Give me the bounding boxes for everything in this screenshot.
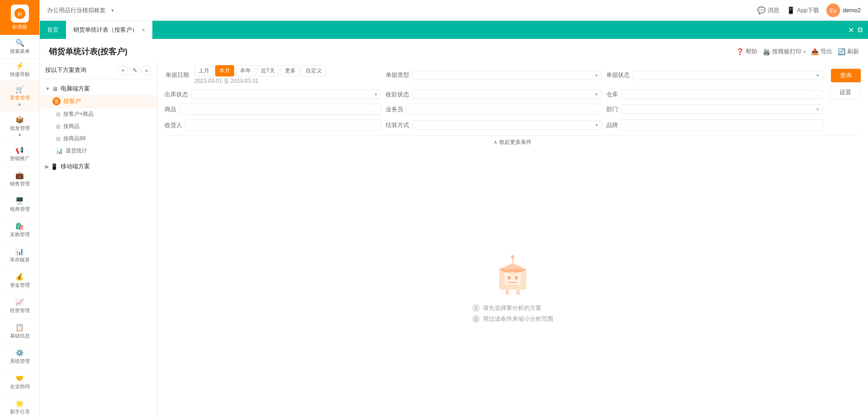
filter-query-area: 单据日期 上月 本月 本年 近7天 更多 (157, 61, 868, 418)
scheme-collapse-button[interactable]: « (142, 65, 151, 75)
scheme-panel-header: 按以下方案查询 + ✎ « (40, 65, 157, 79)
scheme-subitem-returns[interactable]: 📊 退货统计 (40, 145, 157, 157)
settlement-cell: 结算方式 ▾ (386, 120, 602, 130)
out-status-select[interactable]: ▾ (191, 90, 381, 99)
app-download-button[interactable]: 📱 App下载 (787, 6, 819, 14)
topbar-dropdown-icon[interactable]: ▾ (111, 7, 114, 14)
collapse-button[interactable]: ∧ 收起更多条件 (165, 135, 861, 149)
scheme-item-customer[interactable]: 客 按客户 (40, 95, 157, 108)
print-button[interactable]: 🖨️ 按模板打印 ▾ (763, 48, 806, 56)
tabbar: 首页 销货单统计表（按客户） × ✕ ⧉ (40, 21, 868, 39)
empty-hint-1-label: 请先选择要分析的方案 (483, 304, 542, 312)
sidebar-item-basic[interactable]: 📋 基础信息 (0, 319, 39, 344)
brand-select[interactable]: … (621, 119, 823, 131)
sidebar-item-enterprise[interactable]: 🤝 企业协同 (0, 370, 39, 395)
restore-icon: ⧉ (858, 26, 863, 34)
warehouse-select[interactable]: … (621, 90, 823, 99)
date-this-month-button[interactable]: 本月 (215, 65, 234, 76)
date-custom-button[interactable]: 自定义 (302, 65, 326, 76)
wholesale-expand-icon: ▲ (18, 132, 22, 137)
refresh-button[interactable]: 🔄 刷新 (838, 48, 859, 56)
collapse-label: 收起更多条件 (499, 138, 532, 146)
sidebar-item-marketing[interactable]: 📢 营销推广 (0, 142, 39, 167)
app-download-icon: 📱 (787, 6, 795, 14)
enterprise-label: 企业协同 (10, 383, 30, 390)
empty-text: 1 请先选择要分析的方案 2 用过滤条件来缩小分析范围 (472, 304, 553, 323)
staff-select[interactable]: … (406, 104, 602, 115)
staff-ellipsis: … (592, 106, 598, 113)
sidebar-item-newbie[interactable]: 🌟 新手引导 (0, 395, 39, 418)
export-button[interactable]: 📤 导出 (811, 48, 832, 56)
scheme-add-button[interactable]: + (118, 65, 128, 75)
payment-status-select[interactable]: ▾ (412, 90, 602, 99)
tab-home-label: 首页 (47, 26, 59, 34)
sidebar-item-purchase[interactable]: 🛍️ 采购管理 (0, 218, 39, 243)
sidebar-quicknav-item[interactable]: ⚡ 快捷导航 (0, 59, 39, 81)
sidebar-item-operation[interactable]: 📈 经营管理 (0, 294, 39, 319)
user-button[interactable]: Ea demo2 (826, 4, 861, 17)
message-label: 消息 (768, 6, 779, 14)
customer-product-label: 按客户+商品 (63, 110, 94, 118)
set-button[interactable]: 设置 (830, 85, 861, 100)
tab-restore-button[interactable]: ⧉ (858, 26, 863, 34)
sidebar-item-finance[interactable]: 💰 资金管理 (0, 268, 39, 294)
topbar-actions: 💬 消息 📱 App下载 Ea demo2 (757, 4, 861, 17)
date-last-month-button[interactable]: 上月 (194, 65, 213, 76)
product-label: 按商品 (63, 123, 80, 130)
query-button[interactable]: 查询 (831, 69, 861, 82)
product-select[interactable]: … (179, 104, 381, 115)
date-more-button[interactable]: 更多 (281, 65, 300, 76)
ecommerce-label: 电商管理 (10, 206, 30, 213)
sidebar-logo[interactable]: 好 标准版 (0, 0, 39, 35)
scheme-edit-button[interactable]: ✎ (130, 65, 140, 75)
sidebar-item-retail[interactable]: 🛒 零售管理 ▲ (0, 81, 39, 111)
sales-label: 销售管理 (10, 180, 30, 187)
message-button[interactable]: 💬 消息 (757, 6, 779, 14)
print-dropdown-icon[interactable]: ▾ (803, 49, 806, 54)
tab-close-window-button[interactable]: ✕ (848, 26, 854, 34)
date-this-year-button[interactable]: 本年 (236, 65, 255, 76)
help-button[interactable]: ❓ 帮助 (736, 48, 757, 56)
app-download-label: App下载 (797, 6, 819, 14)
order-status-select[interactable]: ▾ (632, 71, 823, 80)
ecommerce-icon: 🖥️ (15, 197, 24, 205)
customer-scheme-label: 按客户 (63, 97, 81, 105)
svg-rect-11 (508, 282, 517, 283)
order-type-select[interactable]: ▾ (412, 71, 602, 80)
svg-point-9 (507, 276, 511, 280)
scheme-subitem-customer-product[interactable]: ⊞ 按客户+商品 (40, 108, 157, 120)
department-select[interactable]: ▾ (621, 104, 823, 114)
scheme-group-desktop-header[interactable]: ▼ 🖥 电脑端方案 (40, 83, 157, 95)
system-label: 系统管理 (10, 358, 30, 365)
retail-expand-icon: ▲ (18, 101, 22, 106)
sidebar-item-ecommerce[interactable]: 🖥️ 电商管理 (0, 192, 39, 218)
order-status-arrow: ▾ (816, 73, 819, 78)
avatar: Ea (826, 4, 840, 17)
sidebar-item-system[interactable]: ⚙️ 系统管理 (0, 344, 39, 370)
action-col: 查询 设置 (823, 65, 861, 103)
settlement-select[interactable]: ▾ (412, 120, 602, 130)
sidebar-search-item[interactable]: 🔍 搜索菜单 (0, 35, 39, 59)
wholesale-icon: 📦 (15, 116, 24, 124)
newbie-icon: 🌟 (15, 399, 24, 408)
scheme-panel-actions: + ✎ « (118, 65, 151, 75)
tab-close-button[interactable]: × (142, 27, 145, 33)
out-status-arrow: ▾ (375, 92, 377, 97)
svg-point-13 (511, 255, 514, 259)
refresh-label: 刷新 (847, 48, 859, 56)
scheme-group-mobile-header[interactable]: ▶ 📱 移动端方案 (40, 161, 157, 172)
marketing-icon: 📢 (15, 146, 24, 154)
date-last-7days-button[interactable]: 近7天 (257, 65, 279, 76)
scheme-subitem-product[interactable]: ⊞ 按商品 (40, 120, 157, 133)
scheme-subitem-product99[interactable]: ⊞ 按商品99 (40, 133, 157, 145)
tab-sales-stats[interactable]: 销货单统计表（按客户） × (66, 21, 152, 39)
sidebar-item-sales[interactable]: 💼 销售管理 (0, 167, 39, 192)
page-header: 销货单统计表(按客户) ❓ 帮助 🖨️ 按模板打印 ▾ 📤 导出 (40, 39, 868, 61)
tab-home[interactable]: 首页 (40, 21, 66, 39)
empty-hint-2: 2 用过滤条件来缩小分析范围 (472, 315, 553, 323)
product-cell: 商品 … (165, 104, 381, 115)
brand-label: 品牌 (606, 121, 618, 129)
receiver-select[interactable]: … (185, 119, 381, 131)
sidebar-item-wholesale[interactable]: 📦 批发管理 ▲ (0, 111, 39, 142)
sidebar-item-inventory[interactable]: 📊 库存核算 (0, 243, 39, 268)
